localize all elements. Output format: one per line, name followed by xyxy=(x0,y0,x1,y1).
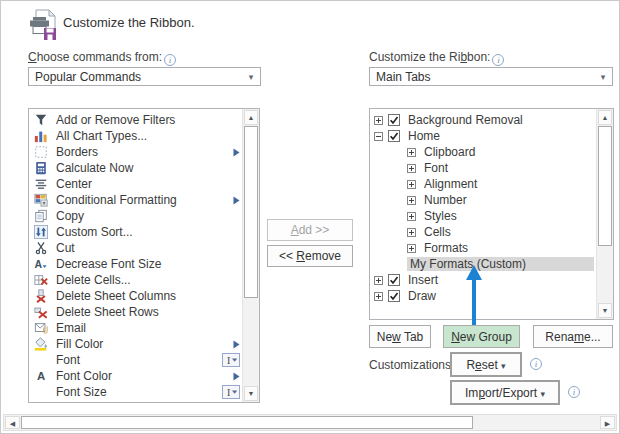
tree-item[interactable]: Alignment xyxy=(370,176,596,192)
reset-button[interactable]: Reset ▾ xyxy=(450,352,522,377)
command-list-item[interactable]: AFont Color xyxy=(29,368,242,384)
tree-item-label: Number xyxy=(421,193,470,207)
scroll-down-icon[interactable]: ▼ xyxy=(244,386,258,401)
command-list-item[interactable]: Add or Remove Filters xyxy=(29,112,242,128)
tree-item[interactable]: Background Removal xyxy=(370,112,596,128)
add-button[interactable]: Add >> xyxy=(267,219,353,241)
tree-item[interactable]: Home xyxy=(370,128,596,144)
tree-item-label: Insert xyxy=(405,273,441,287)
info-icon[interactable]: i xyxy=(164,54,176,66)
command-label: Conditional Formatting xyxy=(56,193,233,207)
choose-commands-value: Popular Commands xyxy=(35,70,242,84)
tree-item[interactable]: Formats xyxy=(370,240,596,256)
expand-plus-icon[interactable] xyxy=(407,180,416,189)
command-list-item[interactable]: FontI xyxy=(29,352,242,368)
tree-item[interactable]: Insert xyxy=(370,272,596,288)
tree-item[interactable]: Font xyxy=(370,160,596,176)
scrollbar-thumb[interactable] xyxy=(21,416,473,429)
rename-button[interactable]: Rename... xyxy=(533,325,613,348)
delete-cols-icon xyxy=(33,289,49,303)
dialog-title: Customize the Ribbon. xyxy=(63,15,195,30)
command-list-item[interactable]: Delete Sheet Columns xyxy=(29,288,242,304)
command-list-item[interactable]: Custom Sort... xyxy=(29,224,242,240)
combo-box-icon[interactable]: I xyxy=(222,353,240,367)
command-list-item[interactable]: Calculate Now xyxy=(29,160,242,176)
remove-button[interactable]: << Remove xyxy=(267,245,353,267)
expand-plus-icon[interactable] xyxy=(407,196,416,205)
font-color-icon: A xyxy=(33,369,49,383)
new-tab-button[interactable]: New Tab xyxy=(369,325,431,348)
customize-ribbon-dialog: Customize the Ribbon. Choose commands fr… xyxy=(0,0,620,434)
commands-listbox: Add or Remove FiltersAll Chart Types...B… xyxy=(28,108,260,403)
customize-ribbon-dropdown[interactable]: Main Tabs ▾ xyxy=(369,67,613,86)
command-list-item[interactable]: Borders xyxy=(29,144,242,160)
new-group-button[interactable]: New Group xyxy=(443,325,520,348)
tree-scrollbar[interactable]: ▲ ▼ xyxy=(596,109,613,319)
tree-item[interactable]: Draw xyxy=(370,288,596,304)
command-list-item[interactable]: Font SizeI xyxy=(29,384,242,400)
commands-scrollbar[interactable]: ▲ ▼ xyxy=(242,109,259,402)
none-icon xyxy=(33,353,49,367)
command-list-item[interactable]: All Chart Types... xyxy=(29,128,242,144)
scrollbar-thumb[interactable] xyxy=(598,126,612,246)
checkbox[interactable] xyxy=(388,130,400,142)
expand-plus-icon[interactable] xyxy=(374,276,383,285)
command-label: Borders xyxy=(56,145,233,159)
horizontal-scrollbar[interactable]: ◀ ▶ xyxy=(3,414,617,431)
command-label: Font xyxy=(56,353,222,367)
command-label: Center xyxy=(56,177,242,191)
center-icon xyxy=(33,177,49,191)
tree-item[interactable]: My Formats (Custom) xyxy=(370,256,596,272)
command-list-item[interactable]: Delete Cells... xyxy=(29,272,242,288)
expand-plus-icon[interactable] xyxy=(407,244,416,253)
expand-plus-icon[interactable] xyxy=(374,116,383,125)
checkbox[interactable] xyxy=(388,290,400,302)
command-list-item[interactable]: ADecrease Font Size xyxy=(29,256,242,272)
info-icon[interactable]: i xyxy=(492,54,504,66)
command-list-item[interactable]: Copy xyxy=(29,208,242,224)
tree-item-label: My Formats (Custom) xyxy=(407,257,594,271)
expand-plus-icon[interactable] xyxy=(407,148,416,157)
scroll-right-icon[interactable]: ▶ xyxy=(600,416,615,429)
info-icon[interactable]: i xyxy=(530,358,542,370)
scroll-left-icon[interactable]: ◀ xyxy=(5,416,20,429)
tree-item-label: Draw xyxy=(405,289,439,303)
command-list-item[interactable]: Conditional Formatting xyxy=(29,192,242,208)
tree-item[interactable]: Cells xyxy=(370,224,596,240)
fill-color-icon xyxy=(33,337,49,351)
command-list-item[interactable]: Delete Sheet Rows xyxy=(29,304,242,320)
expand-plus-icon[interactable] xyxy=(374,292,383,301)
checkbox[interactable] xyxy=(388,274,400,286)
scrollbar-thumb[interactable] xyxy=(244,126,258,298)
command-label: All Chart Types... xyxy=(56,129,242,143)
submenu-arrow-icon xyxy=(233,196,240,205)
none-icon xyxy=(33,385,49,399)
scroll-down-icon[interactable]: ▼ xyxy=(598,303,612,318)
scroll-up-icon[interactable]: ▲ xyxy=(598,110,612,125)
expand-plus-icon[interactable] xyxy=(407,164,416,173)
command-label: Delete Cells... xyxy=(56,273,242,287)
import-export-button[interactable]: Import/Export ▾ xyxy=(450,380,560,405)
delete-rows-icon xyxy=(33,305,49,319)
command-list-item[interactable]: Center xyxy=(29,176,242,192)
command-list-item[interactable]: Cut xyxy=(29,240,242,256)
command-list-item[interactable]: Email xyxy=(29,320,242,336)
choose-commands-dropdown[interactable]: Popular Commands ▾ xyxy=(28,67,261,86)
tree-item[interactable]: Styles xyxy=(370,208,596,224)
tree-item[interactable]: Number xyxy=(370,192,596,208)
submenu-arrow-icon xyxy=(233,372,240,381)
calculator-icon xyxy=(33,161,49,175)
scroll-up-icon[interactable]: ▲ xyxy=(244,110,258,125)
tree-item-label: Alignment xyxy=(421,177,480,191)
combo-box-icon[interactable]: I xyxy=(222,385,240,399)
expand-plus-icon[interactable] xyxy=(407,212,416,221)
collapse-minus-icon[interactable] xyxy=(374,132,383,141)
expand-plus-icon[interactable] xyxy=(407,228,416,237)
checkbox[interactable] xyxy=(388,114,400,126)
info-icon[interactable]: i xyxy=(568,386,580,398)
borders-icon xyxy=(33,145,49,159)
command-list-item[interactable]: Fill Color xyxy=(29,336,242,352)
tree-item[interactable]: Clipboard xyxy=(370,144,596,160)
command-label: Calculate Now xyxy=(56,161,242,175)
email-icon xyxy=(33,321,49,335)
